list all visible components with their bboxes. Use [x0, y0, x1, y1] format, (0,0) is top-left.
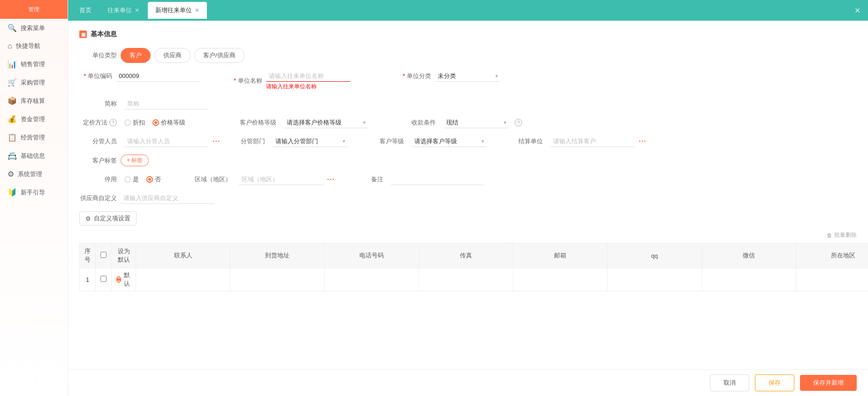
settlement-more-btn[interactable]: ···	[639, 137, 646, 146]
qq-input[interactable]	[612, 274, 697, 285]
radio-label-discount: 折扣	[133, 118, 145, 127]
col-email: 邮箱	[513, 243, 608, 268]
sidebar-item-quick-nav[interactable]: ⌂ 快捷导航	[0, 37, 68, 55]
field-region: 区域（地区） ···	[194, 174, 335, 185]
unit-category-select[interactable]: 未分类	[435, 70, 501, 82]
sidebar-item-system[interactable]: ⚙ 系统管理	[0, 165, 68, 183]
email-input[interactable]	[518, 274, 602, 285]
supplier-custom-input[interactable]	[121, 193, 214, 204]
wechat-input[interactable]	[707, 274, 791, 285]
cell-wechat[interactable]	[702, 268, 796, 291]
unit-name-input[interactable]	[266, 70, 350, 82]
sidebar-item-search[interactable]: 🔍 搜索菜单	[0, 19, 68, 37]
select-all-checkbox[interactable]	[100, 252, 107, 258]
finance-icon: 💰	[8, 115, 17, 124]
cell-email[interactable]	[513, 268, 608, 291]
batch-delete-button[interactable]: 🗑 批量删除	[827, 231, 857, 239]
radio-disabled-no[interactable]: 否	[146, 175, 161, 184]
cell-fax[interactable]	[419, 268, 513, 291]
tab-partner-units[interactable]: 往来单位 ✕	[100, 2, 147, 19]
tab-close-partner-units[interactable]: ✕	[135, 7, 139, 14]
save-button[interactable]: 保存	[755, 374, 794, 391]
field-unit-name: 单位名称 请输入往来单位名称	[229, 70, 380, 91]
section-title: 基本信息	[91, 30, 117, 39]
custom-settings-button[interactable]: ⚙ 自定义项设置	[79, 211, 137, 225]
fax-input[interactable]	[424, 274, 508, 285]
tab-home[interactable]: 首页	[72, 3, 99, 17]
cell-qq[interactable]	[608, 268, 702, 291]
table-header-row: 序号 设为默认 联系人 到货地址 电话号码 传真 邮箱 qq 微信 所在地区 操…	[80, 243, 868, 268]
payment-terms-select-wrapper: 现结	[443, 117, 509, 128]
field-unit-category: 单位分类 未分类	[398, 70, 530, 82]
remark-input[interactable]	[391, 174, 485, 185]
sidebar-item-label: 销售管理	[21, 60, 45, 69]
gear-icon: ⚙	[85, 215, 91, 222]
customer-price-level-label: 客户价格等级	[239, 118, 276, 127]
region-label: 区域（地区）	[194, 175, 231, 184]
payment-terms-select[interactable]: 现结	[443, 117, 509, 128]
payment-terms-help-icon[interactable]: ?	[515, 119, 522, 126]
region-input[interactable]	[239, 174, 323, 185]
customer-level-select[interactable]: 请选择客户等级	[411, 136, 487, 147]
cell-phone[interactable]	[325, 268, 419, 291]
address-input[interactable]	[235, 274, 320, 285]
sidebar-item-sales[interactable]: 📊 销售管理	[0, 55, 68, 73]
sidebar-item-label: 库存核算	[21, 97, 45, 105]
row-manager: 分管人员 ··· 分管部门 请输入分管部门 客户等级 请选择客户等级	[79, 136, 857, 147]
sidebar-item-finance[interactable]: 💰 资金管理	[0, 110, 68, 128]
save-new-button[interactable]: 保存并新增	[800, 375, 857, 391]
btn-supplier[interactable]: 供应商	[154, 48, 190, 63]
manager-more-btn[interactable]: ···	[213, 137, 220, 146]
department-select-wrapper: 请输入分管部门	[273, 136, 348, 147]
customer-price-level-select[interactable]: 请选择客户价格等级	[284, 117, 368, 128]
inventory-icon: 📦	[8, 96, 17, 105]
field-unit-code: 单位编码	[79, 70, 211, 82]
unit-category-label: 单位分类	[398, 72, 431, 80]
short-name-label: 简称	[79, 100, 117, 108]
contact-input[interactable]	[141, 274, 225, 285]
sidebar-logo: 管理	[0, 0, 68, 19]
cell-area[interactable]	[796, 268, 868, 291]
field-remark: 备注	[346, 174, 487, 185]
radio-label-yes: 是	[133, 175, 139, 184]
manager-input[interactable]	[124, 136, 209, 147]
section-header: ▣ 基本信息	[79, 30, 857, 39]
sidebar-item-operations[interactable]: 📋 经营管理	[0, 128, 68, 147]
sidebar-item-inventory[interactable]: 📦 库存核算	[0, 92, 68, 110]
row-checkbox[interactable]	[100, 276, 107, 282]
row-unit-code-name-category: 单位编码 单位名称 请输入往来单位名称 单位分类 未分类	[79, 70, 857, 91]
customer-tag-label: 客户标签	[79, 156, 117, 165]
sidebar-item-guide[interactable]: 🔰 新手引导	[0, 183, 68, 202]
radio-circle-yes	[124, 176, 131, 183]
btn-both[interactable]: 客户/供应商	[194, 48, 244, 63]
sidebar-item-basic-info[interactable]: 📇 基础信息	[0, 147, 68, 165]
cell-address[interactable]	[230, 268, 325, 291]
pricing-help-icon[interactable]: ?	[109, 119, 117, 126]
tab-label: 往来单位	[107, 6, 132, 15]
radio-discount[interactable]: 折扣	[124, 118, 145, 127]
unit-code-input[interactable]	[116, 70, 200, 82]
sales-icon: 📊	[8, 60, 17, 69]
custom-settings-label: 自定义项设置	[94, 214, 130, 223]
department-select[interactable]: 请输入分管部门	[273, 136, 348, 147]
area-input[interactable]	[801, 274, 868, 285]
settlement-unit-input[interactable]	[550, 136, 635, 147]
sidebar-item-purchase[interactable]: 🛒 采购管理	[0, 73, 68, 92]
radio-price-level[interactable]: 价格等级	[152, 118, 185, 127]
btn-customer[interactable]: 客户	[121, 48, 151, 63]
cancel-button[interactable]: 取消	[710, 374, 749, 391]
tab-new-partner[interactable]: 新增往来单位 ✕	[148, 2, 207, 19]
default-radio[interactable]: 默认	[116, 271, 131, 288]
short-name-input[interactable]	[124, 98, 209, 109]
cell-contact[interactable]	[136, 268, 230, 291]
main-area: 首页 往来单位 ✕ 新增往来单位 ✕ ✕ ▣ 基本信息 单位类型 客户 供应商 …	[68, 0, 868, 396]
batch-delete-label: 批量删除	[834, 231, 857, 239]
phone-input[interactable]	[329, 274, 414, 285]
radio-disabled-yes[interactable]: 是	[124, 175, 139, 184]
close-all-tabs[interactable]: ✕	[851, 6, 864, 15]
region-more-btn[interactable]: ···	[327, 175, 335, 184]
sidebar-item-label: 新手引导	[21, 188, 45, 197]
add-tag-button[interactable]: + 标签	[121, 155, 149, 166]
sidebar-item-label: 搜索菜单	[21, 24, 45, 32]
tab-close-new-partner[interactable]: ✕	[195, 7, 199, 14]
